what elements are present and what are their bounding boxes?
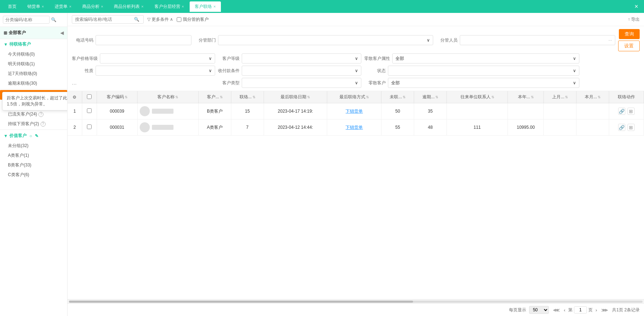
phone-input[interactable] [96,35,191,45]
row2-name-text [152,125,173,130]
pending-group-header[interactable]: ▼ 待联络客户 [0,39,67,49]
query-button[interactable]: 查询 [619,29,640,39]
row1-checkbox[interactable] [87,108,92,113]
customer-level-select[interactable]: ∨ [242,53,361,63]
dept-select[interactable]: ∨ [218,35,433,45]
nav-tab-product-analysis[interactable]: 商品分析 × [77,1,108,12]
row1-grid-icon[interactable]: ⊞ [627,108,635,115]
sort-icon-this-month: ⇅ [598,95,601,99]
th-settings[interactable]: ⚙ [68,91,82,103]
manager-select[interactable]: ··· [460,35,615,45]
more-filter-btn[interactable]: ▽ 更多条件 ∧ [147,16,173,23]
search-icon[interactable]: 🔍 [134,17,139,22]
select-all-checkbox[interactable] [87,94,92,99]
zero-customer-select[interactable]: 全部 ∨ [388,78,579,88]
nav-tab-sales-close[interactable]: × [42,4,44,9]
sidebar-search-icon[interactable]: 🔍 [51,17,56,22]
nav-tab-home[interactable]: 首页 [3,1,22,12]
nav-tab-sales[interactable]: 销货单 × [22,1,49,12]
th-not-contacted[interactable]: 未联...⇅ [381,91,414,103]
nav-tab-purchase[interactable]: 进货单 × [50,1,76,12]
my-customer-checkbox-area[interactable]: 我分管的客户 [177,16,209,23]
sidebar-item-today[interactable]: 今天待联络(0) [0,49,67,59]
sidebar-item-unclassified[interactable]: 未分组(32) [0,141,67,151]
scrollbar-thumb[interactable] [69,301,413,303]
window-close-button[interactable]: × [631,3,641,10]
row2-name [137,119,198,136]
row1-link-icon[interactable]: 🔗 [618,108,625,115]
horizontal-scrollbar[interactable] [68,299,644,303]
value-group-header[interactable]: ▼ 价值客户 ○ ✎ [0,131,67,141]
th-level[interactable]: 客户...⇅ [199,91,231,103]
sidebar-search-input[interactable] [3,16,50,24]
th-last-month[interactable]: 上月...⇅ [544,91,576,103]
sidebar-item-7days[interactable]: 近7天待联络(0) [0,69,67,79]
row2-checkbox[interactable] [87,124,92,129]
my-customer-checkbox[interactable] [177,17,181,22]
per-page-select[interactable]: 50 100 200 [529,306,549,314]
nav-tab-product-analysis-close[interactable]: × [101,4,103,9]
th-code[interactable]: 客户编码⇅ [97,91,137,103]
row1-last-contact-method[interactable]: 下销货单 [327,103,381,119]
more-dots-icon[interactable]: ... [72,80,77,86]
sidebar-item-overdue-label: 逾期未联络(30) [8,81,37,86]
th-last-contact-method[interactable]: 最后联络方式⇅ [327,91,381,103]
status-select[interactable]: ∨ [388,66,579,76]
next-page-button[interactable]: › [594,307,598,313]
value-edit-icon[interactable]: ✎ [35,133,38,138]
collapse-icon[interactable]: ◀ [60,30,64,36]
sidebar-item-class-b[interactable]: B类客户(33) [0,160,67,170]
row2-contact: 7 [231,119,264,136]
per-page-label: 每页显示 [509,307,526,313]
row1-method-link[interactable]: 下销货单 [346,109,363,114]
row1-name [137,103,198,119]
th-last-contact-date[interactable]: 最后联络日期⇅ [264,91,327,103]
sidebar-item-already-lost[interactable]: 已流失客户(24) ? [0,109,67,119]
circle-icon: ○ [29,133,32,138]
row1-checkbox-cell[interactable] [82,103,97,119]
th-this-year[interactable]: 本年...⇅ [508,91,544,103]
nav-tab-customer-tier-close[interactable]: × [182,4,184,9]
sidebar-item-declining[interactable]: 持续下滑客户(2) ? [0,119,67,129]
first-page-button[interactable]: ⋘ [552,307,561,313]
sidebar-item-tomorrow[interactable]: 明天待联络(1) [0,59,67,69]
row2-link-icon[interactable]: 🔗 [618,124,625,131]
value-triangle-icon: ▼ [4,133,8,138]
sidebar-item-class-c[interactable]: C类客户(6) [0,170,67,180]
page-number-input[interactable] [574,306,587,313]
sidebar-item-overdue[interactable]: 逾期未联络(30) [0,79,67,88]
prev-page-button[interactable]: ‹ [562,307,567,313]
th-this-year-label: 本年... [518,94,530,100]
search-input[interactable] [75,17,133,22]
customer-type-select[interactable]: ∨ [242,78,361,88]
th-contact[interactable]: 联络...⇅ [231,91,264,103]
row2-grid-icon[interactable]: ⊞ [627,124,635,131]
manager-label: 分管人员 [436,37,458,43]
sidebar-item-class-a[interactable]: A类客户(1) [0,151,67,160]
nav-tab-customer-tier[interactable]: 客户分层经营 × [149,1,189,12]
nav-tab-purchase-close[interactable]: × [69,4,71,9]
row2-last-contact-method[interactable]: 下销货单 [327,119,381,136]
settings-button[interactable]: 设置 [618,41,640,51]
scrollbar-track[interactable] [69,301,643,303]
row2-checkbox-cell[interactable] [82,119,97,136]
nav-tab-customer-contact[interactable]: 客户联络 × [190,1,221,12]
nav-tab-product-list[interactable]: 商品分析列表 × [109,1,148,12]
price-level-select[interactable]: ∨ [100,53,215,63]
th-name[interactable]: 客户名称⇅ [137,91,198,103]
th-this-month[interactable]: 本月...⇅ [576,91,609,103]
export-button[interactable]: ↑ 导出 [628,16,640,23]
nav-tab-customer-contact-close[interactable]: × [213,4,216,9]
zero-customer-value: 全部 [391,80,400,86]
payment-select[interactable]: ∨ [242,66,361,76]
th-overdue[interactable]: 逾期...⇅ [414,91,447,103]
th-unit-contacts[interactable]: 往来单位联系人⇅ [446,91,508,103]
filter-item-manager: 分管人员 ··· [436,35,615,45]
last-page-button[interactable]: ⋙ [600,307,609,313]
gender-select[interactable]: ∨ [96,66,215,76]
row2-method-link[interactable]: 下销货单 [346,125,363,130]
all-customers-header[interactable]: ⊞ 全部客户 ◀ [0,27,67,39]
th-checkbox[interactable] [82,91,97,103]
nav-tab-product-list-close[interactable]: × [141,4,143,9]
zero-retail-select[interactable]: 全部 ∨ [392,53,579,63]
